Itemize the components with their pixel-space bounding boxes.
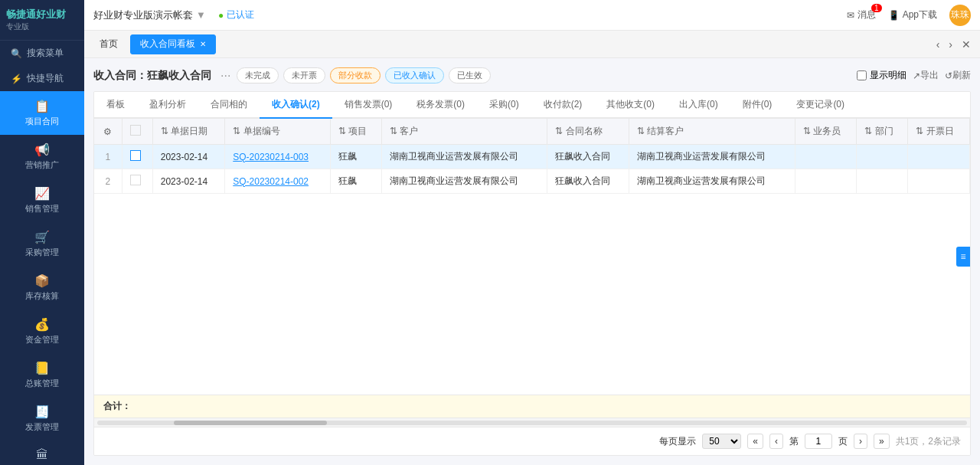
message-badge: 1 [871, 4, 882, 12]
table-row[interactable]: 1 2023-02-14 SQ-20230214-003 狂飙 湖南卫视商业运营… [94, 145, 970, 169]
data-table: ⚙ ⇅ 单据日期 ⇅ 单据编号 ⇅ 项目 ⇅ 客户 ⇅ 合同名称 ⇅ 结算客户 … [94, 119, 970, 194]
purchase-icon: 🛒 [34, 230, 50, 244]
status-btn-uninvoiced[interactable]: 未开票 [283, 67, 325, 84]
th-contract[interactable]: ⇅ 合同名称 [547, 119, 629, 145]
status-btn-effective[interactable]: 已生效 [449, 67, 491, 84]
sidebar-item-fund[interactable]: 💰 资金管理 [0, 309, 84, 353]
app-label: App下载 [903, 8, 937, 21]
sidebar-item-purchase[interactable]: 🛒 采购管理 [0, 222, 84, 266]
row-open-date [908, 169, 970, 194]
row-number[interactable]: SQ-20230214-002 [225, 169, 330, 194]
row-settle-customer: 湖南卫视商业运营发展有限公司 [629, 169, 795, 194]
row-number[interactable]: SQ-20230214-003 [225, 145, 330, 169]
tab-nav-close[interactable]: ✕ [959, 37, 974, 52]
sub-tab-revenue[interactable]: 收入确认(2) [260, 92, 332, 119]
sub-tab-board[interactable]: 看板 [94, 92, 137, 119]
sub-tab-change-log[interactable]: 变更记录(0) [784, 92, 857, 119]
company-dropdown-icon[interactable]: ▼ [196, 9, 206, 21]
sub-tab-payment[interactable]: 收付款(2) [531, 92, 595, 119]
sidebar-item-label: 库存核算 [25, 290, 59, 302]
main-content: 好业财专业版演示帐套 ▼ 已认证 ✉ 1 消息 📱 App下载 珠珠 首页 [84, 0, 980, 465]
sub-tab-tax-invoice[interactable]: 税务发票(0) [404, 92, 477, 119]
th-open-date[interactable]: ⇅ 开票日 [908, 119, 970, 145]
company-name: 好业财专业版演示帐套 [93, 8, 193, 22]
status-btn-confirmed[interactable]: 已收入确认 [385, 67, 444, 84]
row-open-date [908, 145, 970, 169]
table-row[interactable]: 2 2023-02-14 SQ-20230214-002 狂飙 湖南卫视商业运营… [94, 169, 970, 194]
sidebar-item-tax[interactable]: 🏛 税务管理 [0, 440, 84, 465]
th-department[interactable]: ⇅ 部门 [857, 119, 908, 145]
sub-tab-warehouse[interactable]: 出入库(0) [667, 92, 730, 119]
sidebar-item-project[interactable]: 📋 项目合同 [0, 91, 84, 135]
row-contract: 狂飙收入合同 [547, 169, 629, 194]
status-btn-incomplete[interactable]: 未完成 [237, 67, 279, 84]
sub-tab-profit[interactable]: 盈利分析 [137, 92, 198, 119]
th-number[interactable]: ⇅ 单据编号 [225, 119, 330, 145]
th-settle-customer[interactable]: ⇅ 结算客户 [629, 119, 795, 145]
th-date[interactable]: ⇅ 单据日期 [152, 119, 224, 145]
sub-tab-sales-invoice[interactable]: 销售发票(0) [332, 92, 405, 119]
table-body: 1 2023-02-14 SQ-20230214-003 狂飙 湖南卫视商业运营… [94, 145, 970, 194]
quick-nav-label: 快捷导航 [27, 72, 64, 85]
export-label: 导出 [920, 69, 939, 82]
sidebar-quick-nav[interactable]: ⚡ 快捷导航 [0, 66, 84, 91]
tab-nav-next[interactable]: › [946, 37, 956, 52]
sidebar-item-invoice[interactable]: 🧾 发票管理 [0, 397, 84, 440]
row-department [857, 145, 908, 169]
sub-tab-related[interactable]: 合同相的 [198, 92, 260, 119]
page-last-btn[interactable]: » [874, 434, 890, 449]
page-prev-btn[interactable]: ‹ [769, 434, 783, 449]
more-options-btn[interactable]: ··· [220, 69, 230, 83]
header-right-actions: 显示明细 ↗ 导出 ↺ 刷新 [857, 69, 971, 82]
contract-prefix: 收入合同： [93, 69, 147, 81]
ledger-icon: 📒 [34, 361, 50, 375]
topbar-company[interactable]: 好业财专业版演示帐套 ▼ [93, 8, 206, 22]
th-checkbox[interactable] [122, 119, 152, 145]
th-customer[interactable]: ⇅ 客户 [381, 119, 547, 145]
per-page-select[interactable]: 20 50 100 [702, 434, 741, 449]
tab-close-icon[interactable]: ✕ [200, 40, 206, 48]
tab-nav: ‹ › ✕ [933, 37, 974, 52]
certified-badge: 已认证 [218, 8, 254, 21]
message-btn[interactable]: ✉ 1 消息 [847, 8, 876, 21]
table-header-row: ⚙ ⇅ 单据日期 ⇅ 单据编号 ⇅ 项目 ⇅ 客户 ⇅ 合同名称 ⇅ 结算客户 … [94, 119, 970, 145]
right-panel-toggle[interactable]: ≡ [956, 247, 970, 267]
tab-home[interactable]: 首页 [90, 34, 127, 54]
app-download-btn[interactable]: 📱 App下载 [888, 8, 937, 21]
page-first-btn[interactable]: « [747, 434, 763, 449]
th-settings[interactable]: ⚙ [94, 119, 122, 145]
page-number-input[interactable] [805, 434, 832, 449]
sub-tab-other[interactable]: 其他收支(0) [594, 92, 667, 119]
sidebar-item-label: 项目合同 [25, 116, 59, 127]
sidebar-search-btn[interactable]: 🔍 搜索菜单 [0, 41, 84, 66]
export-btn[interactable]: ↗ 导出 [913, 69, 939, 82]
select-all-checkbox[interactable] [130, 125, 141, 136]
project-icon: 📋 [34, 99, 50, 113]
row-checkbox[interactable] [122, 145, 152, 169]
row-project: 狂飙 [330, 145, 381, 169]
tab-nav-prev[interactable]: ‹ [933, 37, 943, 52]
scrollbar-thumb[interactable] [174, 421, 327, 425]
app-icon: 📱 [888, 10, 900, 21]
status-btn-partial[interactable]: 部分收款 [330, 67, 381, 84]
page-next-btn[interactable]: › [854, 434, 867, 449]
show-detail-input[interactable] [857, 70, 867, 80]
show-detail-checkbox[interactable]: 显示明细 [857, 69, 906, 82]
sidebar-item-marketing[interactable]: 📢 营销推广 [0, 135, 84, 178]
row-checkbox[interactable] [122, 169, 152, 194]
refresh-btn[interactable]: ↺ 刷新 [945, 69, 971, 82]
marketing-icon: 📢 [34, 142, 50, 157]
th-project[interactable]: ⇅ 项目 [330, 119, 381, 145]
sidebar-item-label: 采购管理 [25, 247, 59, 258]
horizontal-scrollbar[interactable] [94, 418, 970, 427]
tab-contract-board[interactable]: 收入合同看板 ✕ [130, 34, 216, 54]
sub-tab-purchase[interactable]: 采购(0) [477, 92, 531, 119]
user-avatar[interactable]: 珠珠 [949, 5, 971, 26]
sidebar-item-ledger[interactable]: 📒 总账管理 [0, 353, 84, 397]
sub-tab-attachment[interactable]: 附件(0) [730, 92, 785, 119]
th-salesperson[interactable]: ⇅ 业务员 [795, 119, 857, 145]
sidebar-item-sales[interactable]: 📈 销售管理 [0, 178, 84, 222]
message-icon: ✉ [847, 10, 854, 21]
sidebar-item-stock[interactable]: 📦 库存核算 [0, 266, 84, 309]
table-container: ⚙ ⇅ 单据日期 ⇅ 单据编号 ⇅ 项目 ⇅ 客户 ⇅ 合同名称 ⇅ 结算客户 … [94, 119, 970, 395]
